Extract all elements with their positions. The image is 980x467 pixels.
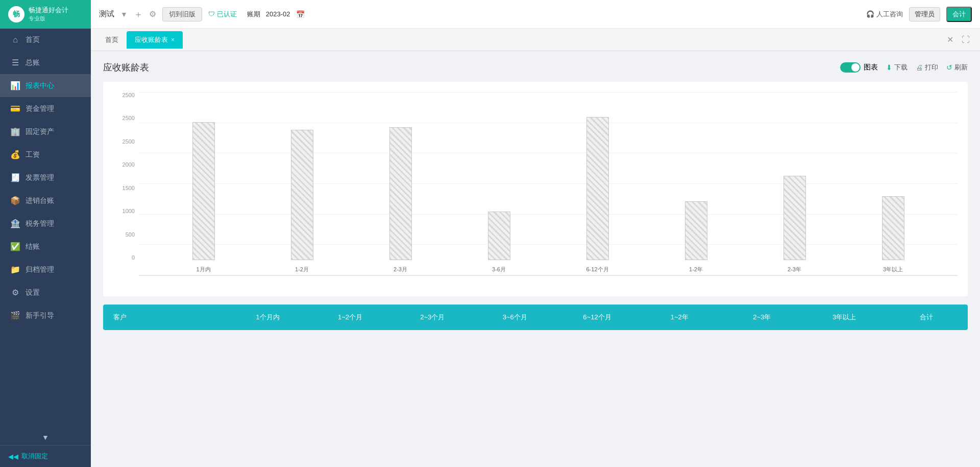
- sidebar-item-tax[interactable]: 🏦 税务管理: [0, 212, 91, 235]
- print-btn[interactable]: 🖨 打印: [916, 63, 938, 72]
- tab-home[interactable]: 首页: [97, 31, 127, 49]
- y-label-1500: 1500: [122, 185, 135, 191]
- sidebar-item-label: 资金管理: [26, 104, 54, 113]
- y-label-2500a: 2500: [122, 92, 135, 98]
- sidebar-item-label: 结账: [26, 242, 40, 251]
- chart-area: 2500 2500 2500 2000 1500 1000 500 0: [113, 92, 958, 276]
- assets-icon: 🏢: [10, 127, 20, 136]
- sidebar-item-label: 设置: [26, 288, 40, 297]
- headset-icon: 🎧: [866, 10, 874, 18]
- tab-accounts-aging[interactable]: 应收账龄表 ×: [127, 31, 183, 49]
- bar: [783, 176, 806, 260]
- sidebar-item-sales[interactable]: 📦 进销台账: [0, 189, 91, 212]
- sidebar-collapse-btn[interactable]: ◀◀ 取消固定: [0, 445, 91, 467]
- y-axis: 2500 2500 2500 2000 1500 1000 500 0: [113, 92, 139, 276]
- add-workspace-btn[interactable]: ＋: [134, 8, 143, 20]
- sidebar-item-settings[interactable]: ⚙ 设置: [0, 281, 91, 304]
- bar: [488, 212, 510, 260]
- sidebar-item-reports[interactable]: 📊 报表中心: [0, 74, 91, 97]
- y-label-0: 0: [132, 254, 135, 261]
- sidebar-item-settlement[interactable]: ✅ 结账: [0, 235, 91, 258]
- bar: [685, 201, 707, 260]
- archive-icon: 📁: [10, 265, 20, 274]
- download-icon: ⬇: [886, 63, 892, 72]
- funds-icon: 💳: [10, 104, 20, 113]
- invoices-icon: 🧾: [10, 173, 20, 182]
- x-label: 2-3年: [745, 266, 844, 273]
- period-value: 2023-02: [266, 10, 290, 18]
- y-label-500: 500: [126, 231, 135, 238]
- sidebar-item-label: 归档管理: [26, 265, 54, 274]
- app-edition: 专业版: [29, 15, 68, 22]
- main-content: 测试 ▼ ＋ ⚙ 切到旧版 🛡 已认证 账期 2023-02 📅 🎧 人工咨询 …: [91, 0, 980, 467]
- bar-group: [450, 212, 548, 260]
- chart-toggle[interactable]: [840, 62, 861, 73]
- th-3-6m: 3~6个月: [474, 305, 556, 330]
- y-label-2500c: 2500: [122, 138, 135, 145]
- y-label-2000: 2000: [122, 161, 135, 168]
- workspace-dropdown-icon[interactable]: ▼: [120, 10, 128, 18]
- x-label: 3年以上: [844, 266, 942, 273]
- bar-group: [745, 176, 844, 260]
- sidebar-item-guide[interactable]: 🎬 新手引导: [0, 304, 91, 327]
- page-content: 应收账龄表 图表 ⬇ 下载 🖨 打印 ↺ 刷新: [91, 51, 980, 467]
- refresh-btn[interactable]: ↺ 刷新: [946, 63, 968, 72]
- tax-icon: 🏦: [10, 219, 20, 228]
- logo-text-block: 畅捷通好会计 专业版: [29, 6, 68, 22]
- tab-close-icon[interactable]: ×: [171, 36, 175, 43]
- x-label: 3-6月: [450, 266, 548, 273]
- sidebar-item-invoices[interactable]: 🧾 发票管理: [0, 166, 91, 189]
- th-2-3m: 2~3个月: [391, 305, 474, 330]
- settings-icon: ⚙: [10, 288, 20, 297]
- sidebar-item-assets[interactable]: 🏢 固定资产: [0, 120, 91, 143]
- sidebar-item-label: 税务管理: [26, 219, 54, 228]
- window-close-btn[interactable]: ✕: [943, 35, 958, 44]
- sidebar-item-wages[interactable]: 💰 工资: [0, 143, 91, 166]
- manager-btn[interactable]: 管理员: [909, 7, 940, 21]
- bar: [882, 196, 904, 260]
- workspace-settings-btn[interactable]: ⚙: [149, 9, 156, 19]
- shield-icon: 🛡: [208, 10, 215, 18]
- workspace-title: 测试: [99, 9, 114, 19]
- consult-btn[interactable]: 🎧 人工咨询: [866, 10, 903, 19]
- chart-container: 2500 2500 2500 2000 1500 1000 500 0: [103, 82, 968, 296]
- sidebar-item-archive[interactable]: 📁 归档管理: [0, 258, 91, 281]
- tab-accounts-aging-label: 应收账龄表: [135, 35, 168, 44]
- switch-old-btn[interactable]: 切到旧版: [162, 7, 202, 21]
- accountant-btn[interactable]: 会计: [946, 7, 972, 22]
- page-header: 应收账龄表 图表 ⬇ 下载 🖨 打印 ↺ 刷新: [103, 61, 968, 74]
- chart-toggle-wrap: 图表: [840, 62, 878, 73]
- download-btn[interactable]: ⬇ 下载: [886, 63, 908, 72]
- sidebar-item-home[interactable]: ⌂ 首页: [0, 29, 91, 51]
- sidebar-item-label: 工资: [26, 150, 40, 159]
- sales-icon: 📦: [10, 196, 20, 205]
- bar: [389, 127, 412, 260]
- chevron-down-icon: ▼: [42, 433, 49, 441]
- sidebar-item-ledger[interactable]: ☰ 总账: [0, 51, 91, 74]
- sidebar-item-label: 新手引导: [26, 311, 54, 320]
- reports-icon: 📊: [10, 81, 20, 90]
- sidebar-item-funds[interactable]: 💳 资金管理: [0, 97, 91, 120]
- calendar-icon[interactable]: 📅: [296, 10, 305, 18]
- ledger-icon: ☰: [10, 58, 20, 67]
- refresh-icon: ↺: [946, 63, 952, 72]
- sidebar-scroll-down[interactable]: ▼: [0, 430, 91, 445]
- sidebar-item-label: 进销台账: [26, 196, 54, 205]
- bar-group: [548, 117, 647, 260]
- collapse-label: 取消固定: [21, 452, 48, 461]
- sidebar-logo: 畅 畅捷通好会计 专业版: [0, 0, 91, 29]
- table-header: 客户 1个月内 1~2个月 2~3个月 3~6个月 6~12个月 1~2年 2~…: [103, 305, 968, 330]
- page-actions: 图表 ⬇ 下载 🖨 打印 ↺ 刷新: [840, 62, 968, 73]
- x-labels-container: 1月内1-2月2-3月3-6月6-12个月1-2年2-3年3年以上: [139, 266, 958, 273]
- bar-group: [154, 122, 253, 260]
- sidebar: 畅 畅捷通好会计 专业版 ⌂ 首页 ☰ 总账 📊 报表中心 💳 资金管理 🏢 固…: [0, 0, 91, 467]
- th-6-12m: 6~12个月: [556, 305, 638, 330]
- bars-container: [139, 92, 958, 260]
- settlement-icon: ✅: [10, 242, 20, 251]
- wages-icon: 💰: [10, 150, 20, 159]
- topbar: 测试 ▼ ＋ ⚙ 切到旧版 🛡 已认证 账期 2023-02 📅 🎧 人工咨询 …: [91, 0, 980, 29]
- page-title: 应收账龄表: [103, 61, 149, 74]
- y-label-2500b: 2500: [122, 115, 135, 121]
- window-expand-btn[interactable]: ⛶: [958, 35, 974, 44]
- grid-line: [139, 275, 958, 275]
